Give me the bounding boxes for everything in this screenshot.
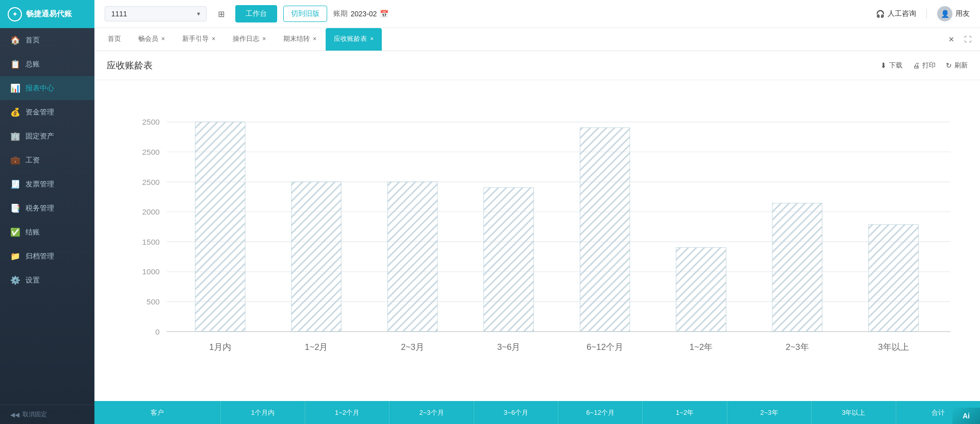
sidebar-item-发票管理[interactable]: 🧾 发票管理 [0,172,94,196]
svg-text:1月内: 1月内 [209,342,231,352]
print-button[interactable]: 🖨 打印 [913,61,936,70]
sidebar-item-归档管理[interactable]: 📁 归档管理 [0,244,94,268]
workbench-button[interactable]: 工作台 [235,5,277,22]
company-selector[interactable]: 1111 ▾ [105,6,207,21]
user-menu[interactable]: 👤 用友 [937,6,970,21]
tab-close-icon[interactable]: × [370,36,374,42]
svg-rect-30 [772,203,822,332]
refresh-label: 刷新 [954,61,968,70]
table-header-cell-4: 3~6个月 [474,401,558,424]
app-name: 畅捷通易代账 [26,9,72,19]
tab-label: 应收账龄表 [334,34,367,43]
user-name: 用友 [955,9,970,18]
svg-text:2500: 2500 [142,148,160,156]
sidebar-item-资金管理[interactable]: 💰 资金管理 [0,100,94,124]
svg-text:2500: 2500 [142,178,160,186]
chevron-down-icon: ▾ [197,10,200,17]
sidebar-icon: 💼 [10,155,20,165]
table-header-cell-0: 客户 [94,401,221,424]
consult-button[interactable]: 🎧 人工咨询 [876,9,916,18]
table-header: 客户1个月内1~2个月2~3个月3~6个月6~12个月1~2年2~3年3年以上合… [94,401,980,424]
tab-期末结转[interactable]: 期末结转× [275,28,325,51]
period-label: 账期 [333,9,348,18]
header-divider [926,9,927,19]
switch-version-button[interactable]: 切到旧版 [283,6,327,22]
ai-label: Ai [963,412,970,420]
expand-button[interactable]: ⛶ [961,32,975,46]
calendar-icon[interactable]: 📅 [380,10,388,18]
svg-text:1000: 1000 [142,267,160,276]
sidebar-icon: 📋 [10,59,20,69]
close-tab-button[interactable]: ✕ [944,32,959,46]
sidebar-item-设置[interactable]: ⚙️ 设置 [0,268,94,292]
tab-close-icon[interactable]: × [161,36,165,42]
svg-text:3~6月: 3~6月 [497,342,520,352]
sidebar-icon: 🏢 [10,131,20,141]
ai-badge[interactable]: Ai [952,408,980,424]
sidebar-item-label: 发票管理 [26,180,54,189]
table-header-cell-1: 1个月内 [221,401,305,424]
tab-新手引导[interactable]: 新手引导× [174,28,224,51]
svg-text:3年以上: 3年以上 [878,342,909,352]
sidebar-item-税务管理[interactable]: 📑 税务管理 [0,196,94,220]
svg-rect-22 [387,182,437,332]
sidebar-item-label: 结账 [26,228,40,237]
svg-rect-24 [484,187,534,332]
sidebar-item-报表中心[interactable]: 📊 报表中心 [0,76,94,100]
tab-close-icon[interactable]: × [313,36,316,42]
sidebar-icon: 🧾 [10,179,20,189]
headset-icon: 🎧 [876,10,885,18]
pin-icon: ◀◀ [10,411,19,418]
download-button[interactable]: ⬇ 下载 [880,61,902,70]
tab-label: 畅会员 [138,34,158,43]
sidebar-item-label: 首页 [26,36,40,45]
tab-label: 操作日志 [233,34,259,43]
table-header-cell-6: 1~2年 [643,401,727,424]
sidebar-item-首页[interactable]: 🏠 首页 [0,28,94,52]
tab-label: 首页 [108,34,121,43]
download-label: 下载 [889,61,902,70]
tab-首页[interactable]: 首页 [100,28,129,51]
sidebar-icon: 💰 [10,107,20,117]
svg-text:500: 500 [146,297,160,306]
sidebar-item-label: 总账 [26,60,40,69]
svg-rect-20 [291,182,341,332]
sidebar-nav: 🏠 首页📋 总账📊 报表中心💰 资金管理🏢 固定资产💼 工资🧾 发票管理📑 [0,28,94,405]
tabs-bar: 首页畅会员×新手引导×操作日志×期末结转×应收账龄表× ✕ ⛶ [94,28,980,51]
sidebar-item-label: 税务管理 [26,204,54,213]
svg-text:0: 0 [155,327,160,336]
tabs-actions: ✕ ⛶ [944,32,975,46]
tab-操作日志[interactable]: 操作日志× [225,28,274,51]
print-icon: 🖨 [913,61,920,69]
period-value: 2023-02 [351,10,377,18]
download-icon: ⬇ [880,61,887,69]
sidebar-item-总账[interactable]: 📋 总账 [0,52,94,76]
print-label: 打印 [922,61,936,70]
page-actions: ⬇ 下载 🖨 打印 ↻ 刷新 [880,61,968,70]
sidebar-icon: ⚙️ [10,275,20,285]
page-header: 应收账龄表 ⬇ 下载 🖨 打印 ↻ 刷新 [94,51,980,80]
refresh-button[interactable]: ↻ 刷新 [946,61,968,70]
refresh-icon: ↻ [946,61,952,69]
sidebar-item-工资[interactable]: 💼 工资 [0,148,94,172]
sidebar-item-固定资产[interactable]: 🏢 固定资产 [0,124,94,148]
table-header-cell-7: 2~3年 [727,401,812,424]
sidebar-item-label: 工资 [26,156,40,165]
tab-close-icon[interactable]: × [212,36,215,42]
pin-label: 取消固定 [22,410,47,419]
sidebar-pin-toggle[interactable]: ◀◀ 取消固定 [0,405,94,424]
sidebar: ✦ 畅捷通易代账 🏠 首页📋 总账📊 报表中心💰 资金管理🏢 固定资产💼 工资🧾 [0,0,94,424]
bar-chart: 2500 2500 2500 2000 1500 1000 500 0 [110,90,965,396]
copy-button[interactable]: ⊞ [213,6,229,22]
logo-icon: ✦ [8,7,22,21]
tab-畅会员[interactable]: 畅会员× [130,28,173,51]
tab-label: 新手引导 [182,34,209,43]
tab-应收账龄表[interactable]: 应收账龄表× [326,28,382,51]
svg-rect-18 [195,122,246,332]
sidebar-item-label: 报表中心 [26,84,54,93]
sidebar-item-结账[interactable]: ✅ 结账 [0,220,94,244]
tab-close-icon[interactable]: × [262,36,266,42]
company-name: 1111 [111,10,193,18]
svg-text:1500: 1500 [142,238,160,246]
sidebar-item-label: 归档管理 [26,252,54,261]
